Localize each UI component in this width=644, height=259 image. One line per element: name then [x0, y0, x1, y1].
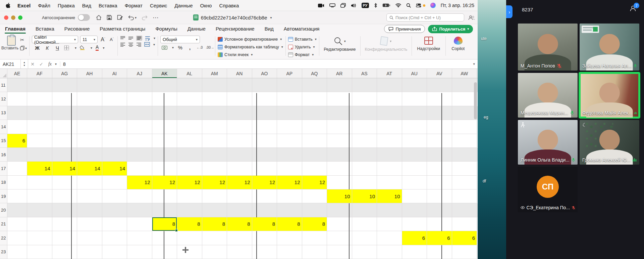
column-header-AI[interactable]: AI [102, 69, 127, 78]
cell-AV19[interactable] [427, 189, 452, 203]
cell-AU11[interactable] [402, 78, 427, 92]
row-header-20[interactable]: 20 [0, 203, 7, 217]
cell-AW19[interactable] [452, 189, 477, 203]
confirm-entry-icon[interactable]: ✓ [37, 61, 46, 67]
decrease-decimal-icon[interactable]: .00→ [206, 46, 213, 49]
cell-AO13[interactable] [252, 106, 277, 120]
cell-AN23[interactable] [227, 245, 252, 259]
cell-AT16[interactable] [377, 148, 402, 162]
cell-AE20[interactable] [7, 203, 27, 217]
row-header-15[interactable]: 15 [0, 134, 7, 148]
cell-AF22[interactable] [27, 231, 52, 245]
cell-AG14[interactable] [52, 120, 77, 134]
cell-AP15[interactable] [277, 134, 302, 148]
cell-AF11[interactable] [27, 78, 52, 92]
cell-AH12[interactable] [77, 92, 102, 106]
tab-5[interactable]: Данные [182, 25, 211, 34]
cell-AH18[interactable] [77, 176, 102, 189]
cell-AU16[interactable] [402, 148, 427, 162]
cell-AN17[interactable] [227, 162, 252, 175]
select-all-corner[interactable] [0, 69, 7, 78]
cell-AH13[interactable] [77, 106, 102, 120]
cell-AK12[interactable] [152, 92, 177, 106]
cell-AI12[interactable] [102, 92, 127, 106]
cell-AM23[interactable] [202, 245, 227, 259]
cell-AR16[interactable] [327, 148, 352, 162]
align-middle-icon[interactable] [128, 36, 133, 40]
formula-bar-expand-icon[interactable]: ▾ [473, 62, 475, 66]
cell-AW23[interactable] [452, 245, 477, 259]
cell-AJ11[interactable] [127, 78, 152, 92]
column-header-AO[interactable]: AO [252, 69, 277, 78]
cell-AF16[interactable] [27, 148, 52, 162]
cell-AQ16[interactable] [302, 148, 327, 162]
menu-item-8[interactable]: Справка [215, 3, 243, 8]
cell-AK16[interactable] [152, 148, 177, 162]
cell-AW15[interactable] [452, 134, 477, 148]
cell-AE15[interactable]: 6 [7, 134, 27, 148]
cell-AG20[interactable] [52, 203, 77, 217]
cell-AH11[interactable] [77, 78, 102, 92]
cell-AU12[interactable] [402, 92, 427, 106]
cell-AM20[interactable] [202, 203, 227, 217]
cell-AS21[interactable] [352, 217, 377, 231]
cell-AI17[interactable]: 14 [102, 162, 127, 175]
participant-tile-0[interactable]: М_Антон Попов [518, 24, 578, 71]
menu-item-7[interactable]: Окно [197, 3, 216, 8]
paste-button[interactable]: Вставить▾ [3, 36, 20, 50]
cell-AT14[interactable] [377, 120, 402, 134]
cell-AN19[interactable] [227, 189, 252, 203]
cell-AE19[interactable] [7, 189, 27, 203]
cell-AF23[interactable] [27, 245, 52, 259]
cell-AO16[interactable] [252, 148, 277, 162]
copy-icon[interactable]: ▾ [20, 46, 27, 50]
cell-AT23[interactable] [377, 245, 402, 259]
control-center-icon[interactable] [416, 3, 421, 7]
volume-icon[interactable] [351, 3, 357, 8]
cell-AO11[interactable] [252, 78, 277, 92]
column-header-AF[interactable]: AF [27, 69, 52, 78]
cell-AW11[interactable] [452, 78, 477, 92]
insert-function-icon[interactable]: fx [46, 61, 54, 67]
cell-AQ17[interactable] [302, 162, 327, 175]
cell-AQ23[interactable] [302, 245, 327, 259]
cell-AN13[interactable] [227, 106, 252, 120]
cell-AM13[interactable] [202, 106, 227, 120]
cell-AU23[interactable] [402, 245, 427, 259]
cell-AI16[interactable] [102, 148, 127, 162]
cell-AR18[interactable] [327, 176, 352, 189]
cell-AU19[interactable] [402, 189, 427, 203]
cell-AS15[interactable] [352, 134, 377, 148]
cell-AM21[interactable]: 8 [202, 217, 227, 231]
cell-AJ22[interactable] [127, 231, 152, 245]
cell-AR11[interactable] [327, 78, 352, 92]
cell-AP17[interactable] [277, 162, 302, 175]
cell-AP16[interactable] [277, 148, 302, 162]
cell-AH19[interactable] [77, 189, 102, 203]
cell-AV20[interactable] [427, 203, 452, 217]
cell-AG15[interactable] [52, 134, 77, 148]
battery-icon[interactable] [382, 3, 390, 7]
cell-AV12[interactable] [427, 92, 452, 106]
cell-AL13[interactable] [177, 106, 202, 120]
cell-AK17[interactable] [152, 162, 177, 175]
cell-AV14[interactable] [427, 120, 452, 134]
cell-AU13[interactable] [402, 106, 427, 120]
cell-AV11[interactable] [427, 78, 452, 92]
display-icon[interactable] [329, 3, 335, 7]
menu-item-4[interactable]: Формат [121, 3, 146, 8]
row-header-21[interactable]: 21 [0, 217, 7, 231]
cell-AG11[interactable] [52, 78, 77, 92]
share-button[interactable]: Поделиться▾ [428, 25, 473, 33]
home-icon[interactable] [96, 15, 102, 20]
format-as-table-button[interactable]: Форматировать как таблицу▾ [218, 44, 283, 50]
cell-AM22[interactable] [202, 231, 227, 245]
cell-AK15[interactable] [152, 134, 177, 148]
name-box-stepper[interactable]: ▲▼ [21, 59, 28, 69]
cell-AG12[interactable] [52, 92, 77, 106]
cell-AR23[interactable] [327, 245, 352, 259]
font-size-combo[interactable]: 11▾ [80, 36, 98, 43]
cell-AN16[interactable] [227, 148, 252, 162]
cell-AK21[interactable]: 8 [152, 217, 177, 231]
comments-button[interactable]: Примечания [384, 25, 425, 33]
